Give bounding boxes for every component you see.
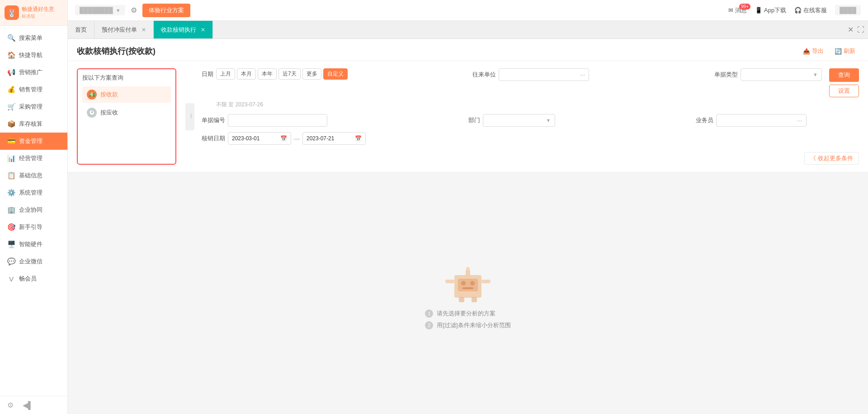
sidebar-item-finance[interactable]: 💳 资金管理: [0, 133, 67, 150]
date-this-year[interactable]: 本年: [258, 68, 277, 80]
date-this-month[interactable]: 本月: [237, 68, 256, 80]
collapse-more-button[interactable]: 《 收起更多条件: [804, 152, 859, 165]
company-name: ████████: [80, 7, 113, 14]
settings-icon[interactable]: ⚙: [7, 401, 14, 409]
svg-point-3: [470, 281, 475, 286]
user-info[interactable]: ████: [835, 5, 861, 15]
app-name: 畅捷通好生意: [22, 6, 54, 13]
sidebar-item-label: 搜索菜单: [19, 34, 42, 42]
close-tab-icon[interactable]: ✕: [848, 25, 854, 34]
filter-option-by-receipt[interactable]: 💵 按收款: [82, 86, 171, 103]
filter-collapse-btn[interactable]: 《: [185, 103, 194, 130]
dept-label: 部门: [468, 116, 480, 124]
sidebar-item-label: 快捷导航: [19, 51, 42, 59]
svg-rect-4: [462, 287, 473, 289]
logo-icon: 🐰: [5, 5, 19, 20]
customer-service-button[interactable]: 🎧 在线客服: [794, 6, 827, 14]
filter-row-2: 单据编号 部门 ▼ 业务员: [202, 114, 859, 127]
empty-state: 1 请先选择要分析的方案 2 用[过滤]条件来缩小分析范围: [68, 172, 868, 414]
filter-scheme-panel: 按以下方案查询 💵 按收款 🕐 按应收: [77, 68, 176, 165]
sidebar-item-inventory[interactable]: 📦 库存核算: [0, 115, 67, 133]
page-content: 收款核销执行(按收款) 📤 导出 🔄 刷新 按以下方案查询 💵 按收款: [68, 39, 868, 414]
sidebar-item-management[interactable]: 📊 经营管理: [0, 150, 67, 167]
sidebar-item-nav[interactable]: 🏠 快捷导航: [0, 47, 67, 64]
message-button[interactable]: ✉ 消息 99+: [728, 6, 747, 14]
filter-form: 日期 上月 本月 本年 近7天 更多 自定义: [202, 68, 859, 165]
collapse-sidebar-icon[interactable]: ◀▌: [23, 401, 33, 409]
verify-date-range: 2023-03-01 📅 — 2023-07-21 📅: [228, 132, 366, 145]
verify-end-value: 2023-07-21: [307, 135, 334, 142]
partner-dots[interactable]: ···: [580, 71, 585, 78]
collapse-icon: 《: [187, 113, 193, 120]
expand-icon[interactable]: ⛶: [857, 26, 864, 34]
sidebar-item-label: 新手引导: [19, 223, 42, 231]
tab-collection[interactable]: 收款核销执行 ✕: [154, 21, 213, 38]
tab-collection-close[interactable]: ✕: [201, 27, 205, 33]
management-icon: 📊: [7, 154, 15, 162]
sidebar-item-collab[interactable]: 🏢 企业协同: [0, 201, 67, 219]
app-download-button[interactable]: 📱 App下载: [755, 6, 786, 14]
tab-prepay[interactable]: 预付冲应付单 ✕: [94, 21, 154, 38]
doc-num-filter-group: 单据编号: [202, 114, 327, 127]
staff-dots[interactable]: ···: [797, 117, 802, 124]
logo-area: 🐰 畅捷通好生意 标准版: [0, 0, 67, 26]
sidebar-item-guide[interactable]: 🎯 新手引导: [0, 219, 67, 236]
doc-num-label: 单据编号: [202, 116, 225, 124]
date-last-month[interactable]: 上月: [216, 68, 235, 80]
sidebar-item-member[interactable]: V 畅会员: [0, 270, 67, 287]
sidebar-item-label: 系统管理: [19, 189, 42, 197]
solution-button[interactable]: 体验行业方案: [142, 4, 190, 17]
collapse-more-label: 收起更多条件: [818, 154, 853, 162]
message-badge: 99+: [739, 4, 750, 10]
tab-home[interactable]: 首页: [68, 21, 94, 38]
date-custom[interactable]: 自定义: [323, 68, 348, 80]
doc-type-filter-group: 单据类型 ▼: [714, 68, 822, 81]
sidebar-item-hardware[interactable]: 🖥️ 智能硬件: [0, 236, 67, 253]
verify-start-value: 2023-03-01: [232, 135, 259, 142]
tab-prepay-close[interactable]: ✕: [142, 27, 146, 33]
verify-end-input[interactable]: 2023-07-21 📅: [302, 132, 366, 145]
refresh-button[interactable]: 🔄 刷新: [831, 45, 859, 57]
dept-chevron-icon: ▼: [546, 118, 551, 123]
doc-type-select[interactable]: ▼: [741, 68, 822, 81]
sidebar-item-purchase[interactable]: 🛒 采购管理: [0, 98, 67, 115]
sidebar-item-sales[interactable]: 💰 销售管理: [0, 81, 67, 98]
date-last-7days[interactable]: 近7天: [278, 68, 301, 80]
staff-filter-group: 业务员 ···: [696, 114, 807, 127]
guide-icon: 🎯: [7, 223, 15, 231]
collapse-more-section: 《 收起更多条件: [202, 150, 859, 165]
sidebar: 🐰 畅捷通好生意 标准版 🔍 搜索菜单 🏠 快捷导航 📢 营销推广 💰 销售管理…: [0, 0, 68, 414]
svg-rect-7: [459, 297, 464, 302]
filter-row-3: 核销日期 2023-03-01 📅 — 2023-07-21 📅: [202, 132, 859, 145]
svg-rect-9: [466, 270, 470, 276]
tab-collection-label: 收款核销执行: [161, 26, 196, 34]
staff-label: 业务员: [696, 116, 713, 124]
customer-service-label: 在线客服: [803, 6, 827, 14]
sidebar-item-label: 库存核算: [19, 120, 42, 128]
sidebar-item-search[interactable]: 🔍 搜索菜单: [0, 29, 67, 47]
doc-type-label: 单据类型: [714, 71, 738, 79]
page-actions: 📤 导出 🔄 刷新: [799, 45, 859, 57]
sidebar-item-wechat[interactable]: 💬 企业微信: [0, 253, 67, 270]
settings-button[interactable]: 设置: [829, 85, 859, 97]
refresh-icon: 🔄: [835, 48, 842, 55]
filter-area: 按以下方案查询 💵 按收款 🕐 按应收 《: [68, 61, 868, 172]
query-button[interactable]: 查询: [829, 68, 859, 82]
sidebar-item-system[interactable]: ⚙️ 系统管理: [0, 184, 67, 201]
date-more[interactable]: 更多: [302, 68, 321, 80]
export-button[interactable]: 📤 导出: [799, 45, 827, 57]
dept-select[interactable]: ▼: [483, 114, 555, 127]
sidebar-item-basic[interactable]: 📋 基础信息: [0, 167, 67, 184]
filter-option-by-receivable[interactable]: 🕐 按应收: [82, 105, 171, 121]
sidebar-item-label: 基础信息: [19, 171, 42, 180]
verify-start-input[interactable]: 2023-03-01 📅: [228, 132, 291, 145]
svg-point-2: [461, 281, 466, 286]
page-header: 收款核销执行(按收款) 📤 导出 🔄 刷新: [68, 39, 868, 61]
company-selector[interactable]: ████████ ▼: [75, 5, 125, 15]
sidebar-item-marketing[interactable]: 📢 营销推广: [0, 64, 67, 81]
gear-icon[interactable]: ⚙: [131, 6, 137, 14]
sidebar-bottom: ⚙ ◀▌: [0, 396, 67, 414]
message-icon: ✉: [728, 7, 733, 14]
doc-num-input[interactable]: [228, 114, 327, 127]
wechat-icon: 💬: [7, 257, 15, 266]
